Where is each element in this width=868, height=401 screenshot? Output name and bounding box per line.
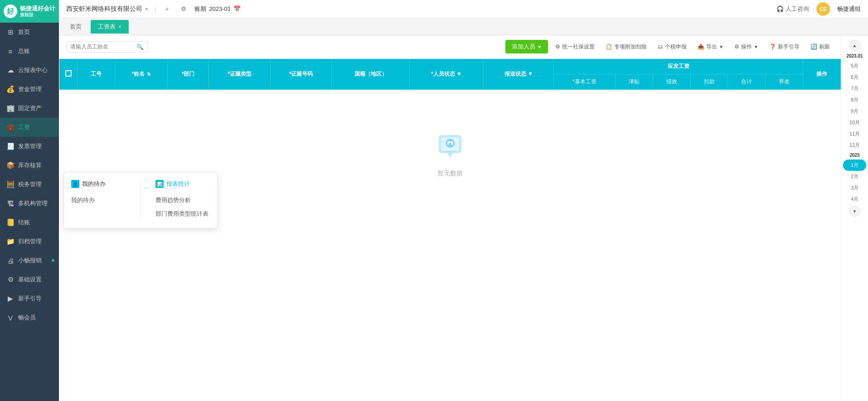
sidebar-item-cloud[interactable]: ☁ 云报表中心 (0, 61, 59, 80)
timeline-month-11[interactable]: 11月 (841, 128, 868, 140)
export-icon: 📤 (698, 43, 704, 50)
sidebar-item-member[interactable]: V 畅会员 (0, 308, 59, 327)
guide-icon2: ❓ (769, 43, 776, 50)
service-btn[interactable]: 🎧 人工咨询 (776, 5, 809, 13)
timeline-month-1[interactable]: 1月 (843, 159, 866, 171)
sidebar-label-funds: 资金管理 (18, 85, 42, 93)
service-label: 人工咨询 (786, 5, 809, 13)
social-insurance-btn[interactable]: ⚙ 统一社保设置 (552, 41, 598, 53)
header-performance: 绩效 (653, 74, 690, 90)
timeline-month-5[interactable]: 5月 (841, 60, 868, 72)
timeline-month-10[interactable]: 10月 (841, 117, 868, 128)
divider1: | (155, 5, 156, 12)
user-avatar[interactable]: CE (816, 2, 830, 16)
timeline-up-btn[interactable]: ▲ (849, 40, 860, 51)
operations-icon: ⚙ (734, 43, 739, 50)
tab-close-icon[interactable]: × (118, 24, 121, 30)
tax-icon: 🧮 (6, 180, 15, 188)
sidebar-item-closing[interactable]: 📒 结账 (0, 213, 59, 232)
add-company-btn[interactable]: ＋ (161, 3, 173, 15)
sidebar-item-funds[interactable]: 💰 资金管理 (0, 80, 59, 99)
sidebar-item-archive[interactable]: 📁 归档管理 (0, 232, 59, 251)
add-icon: ＋ (164, 5, 170, 13)
timeline-month-7[interactable]: 7月 (841, 83, 868, 94)
dropdown-arrow-icon: ▼ (537, 44, 542, 49)
popup-col-todo: 👤 我的待办 我的待办 (71, 180, 126, 221)
tax-report-btn[interactable]: 🗂 个税申报 (654, 41, 690, 53)
popup-col-reports: 📊 报表统计 费用趋势分析 部门费用类型统计表 (155, 180, 210, 221)
popup-columns: 👤 我的待办 我的待办 📊 报表统计 费用趋势分析 部门费用类型统计表 (71, 180, 210, 221)
tab-salary[interactable]: 工资表 × (91, 20, 129, 34)
header-nation: 国籍（地区） (332, 59, 409, 90)
closing-icon: 📒 (6, 218, 15, 227)
sidebar-label-member: 畅会员 (18, 314, 36, 322)
sidebar-label-salary: 工资 (18, 123, 30, 131)
add-person-label: 添加人员 (512, 43, 535, 51)
tax-icon2: 🗂 (658, 43, 663, 50)
add-person-btn[interactable]: 添加人员 ▼ (505, 40, 548, 53)
header-operation: 操作 (803, 59, 841, 90)
sidebar-item-tax[interactable]: 🧮 税务管理 (0, 175, 59, 194)
calendar-icon[interactable]: 📅 (233, 5, 241, 12)
svg-rect-5 (445, 151, 456, 152)
invoice-icon: 🧾 (6, 142, 15, 150)
period-value: 2023-01 (209, 5, 231, 12)
toolbar-actions: 添加人员 ▼ ⚙ 统一社保设置 📋 专项附加扣除 🗂 个税申报 (505, 40, 834, 53)
sidebar-item-multi[interactable]: 🏗 多机构管理 (0, 194, 59, 213)
header-id-no: *证腿号码 (270, 59, 332, 90)
expense-icon: 🖨 (6, 257, 15, 265)
cloud-icon: ☁ (6, 66, 15, 74)
filter-icon2: ▼ (528, 71, 533, 77)
sidebar-item-invoice[interactable]: 🧾 发票管理 (0, 137, 59, 156)
timeline-month-9[interactable]: 9月 (841, 106, 868, 117)
timeline-month-6[interactable]: 6月 (841, 72, 868, 83)
sidebar-item-salary[interactable]: 💼 工资 (0, 118, 59, 137)
header-report[interactable]: 报送状态 ▼ (484, 59, 554, 90)
sidebar-label-multi: 多机构管理 (18, 199, 48, 208)
sidebar-item-home[interactable]: ⊞ 首页 (0, 23, 59, 42)
tab-home[interactable]: 首页 (63, 20, 89, 34)
sidebar-item-assets[interactable]: 🏢 固定资产 (0, 99, 59, 118)
sidebar-label-home: 首页 (18, 28, 30, 36)
sidebar-item-inventory[interactable]: 📦 库存核算 (0, 156, 59, 175)
timeline-month-8[interactable]: 8月 (841, 94, 868, 106)
assets-icon: 🏢 (6, 104, 15, 112)
topbar-right: 🎧 人工咨询 CE 畅捷通组 (776, 2, 861, 16)
period-text: 账期 (194, 5, 206, 13)
timeline-month-2[interactable]: 2月 (841, 171, 868, 182)
app-sub: 旗舰版 (20, 12, 55, 18)
svg-marker-6 (448, 153, 452, 158)
funds-icon: 💰 (6, 85, 15, 93)
timeline-month-3[interactable]: 3月 (841, 182, 868, 193)
timeline-month-12[interactable]: 12月 (841, 140, 868, 151)
search-input[interactable] (70, 43, 134, 50)
table-container: 工号 *姓名 ⇅ *部门 *证腿类型 *证腿号码 国籍（地区） *人员状态 (59, 58, 841, 401)
sidebar-item-expense[interactable]: 🖨 小畅报销 (0, 251, 59, 270)
timeline-month-4[interactable]: 4月 (841, 193, 868, 205)
guide-btn[interactable]: ❓ 新手引导 (766, 41, 803, 53)
popup-item-mytodo[interactable]: 我的待办 (71, 193, 126, 207)
sidebar-item-settings[interactable]: ⚙ 基础设置 (0, 270, 59, 289)
sidebar-item-guide[interactable]: ▶ 新手引导 (0, 289, 59, 308)
empty-text: 暂无数据 (437, 169, 463, 178)
filter-icon: ▼ (456, 71, 462, 77)
header-allowance: 津贴 (615, 74, 653, 90)
operations-btn[interactable]: ⚙ 操作 ▼ (731, 41, 762, 53)
ledger-icon: ≡ (6, 48, 15, 55)
popup-item-trend[interactable]: 费用趋势分析 (155, 193, 210, 207)
deduction-btn[interactable]: 📋 专项附加扣除 (602, 41, 650, 53)
dropdown-arrow-icon[interactable]: ▼ (144, 6, 149, 12)
sidebar-label-settings: 基础设置 (18, 275, 42, 284)
popup-item-dept[interactable]: 部门费用类型统计表 (155, 207, 210, 221)
popup-col-reports-header: 📊 报表统计 (155, 180, 210, 188)
ops-arrow: ▼ (754, 44, 758, 49)
header-name[interactable]: *姓名 ⇅ (115, 59, 167, 90)
timeline-down-btn[interactable]: ▼ (849, 206, 860, 217)
header-status[interactable]: *人员状态 ▼ (409, 59, 484, 90)
settings-btn[interactable]: ⚙ (178, 4, 189, 14)
header-checkbox[interactable] (59, 59, 78, 90)
inventory-icon: 📦 (6, 161, 15, 169)
refresh-btn[interactable]: 🔄 刷新 (807, 41, 834, 53)
sidebar-item-ledger[interactable]: ≡ 总账 (0, 42, 59, 61)
export-btn[interactable]: 📤 导出 ▼ (694, 41, 727, 53)
